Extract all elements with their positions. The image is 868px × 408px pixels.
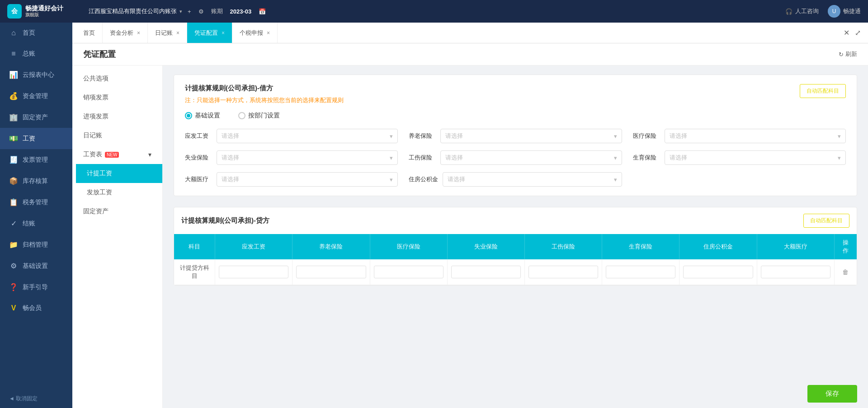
field-big-medical: 大额医疗 请选择 ▾: [185, 172, 398, 187]
sidebar-item-settings[interactable]: ⚙ 基础设置: [0, 255, 72, 277]
close-all-icon[interactable]: ✕: [844, 28, 849, 37]
sidebar-item-reports[interactable]: 📊 云报表中心: [0, 64, 72, 85]
sub-item-purchase[interactable]: 进项发票: [72, 107, 162, 126]
sub-item-pay-salary[interactable]: 发放工资: [76, 183, 162, 202]
credit-section: 计提核算规则(公司承担)-贷方 自动匹配科目 科目 应发工资 养老保险 医疗保险: [174, 207, 857, 286]
radio-dept[interactable]: 按部门设置: [238, 112, 280, 120]
sidebar-item-fixed-assets[interactable]: 🏢 固定资产: [0, 107, 72, 128]
sidebar-item-capital[interactable]: 💰 资金管理: [0, 85, 72, 107]
sub-item-sales[interactable]: 销项发票: [72, 88, 162, 107]
big-medical-label: 大额医疗: [185, 175, 212, 183]
page-title: 凭证配置: [83, 49, 116, 60]
tab-diary-close[interactable]: ×: [176, 30, 179, 36]
sidebar: ⌂ 首页 ≡ 总账 📊 云报表中心 💰 资金管理 🏢 固定资产 💵 工资 🧾 发…: [0, 23, 72, 408]
refresh-button[interactable]: ↻ 刷新: [839, 50, 857, 58]
tab-capital[interactable]: 资金分析 ×: [103, 23, 148, 43]
input-medical[interactable]: [374, 266, 443, 278]
inner-layout: 公共选项 销项发票 进项发票 日记账 工资表: [72, 66, 868, 408]
radio-group: 基础设置 按部门设置: [185, 112, 846, 120]
user-menu[interactable]: U 畅捷通: [828, 5, 861, 18]
tab-voucher[interactable]: 凭证配置 ×: [187, 23, 232, 43]
input-housing[interactable]: [683, 266, 753, 278]
sidebar-item-guide[interactable]: ❓ 新手引导: [0, 277, 72, 298]
injury-select[interactable]: 请选择 ▾: [440, 150, 622, 165]
tab-capital-close[interactable]: ×: [137, 30, 140, 36]
sidebar-item-invoice[interactable]: 🧾 发票管理: [0, 149, 72, 170]
col-housing: 住房公积金: [679, 234, 757, 259]
sub-sidebar: 公共选项 销项发票 进项发票 日记账 工资表: [72, 66, 163, 408]
pension-select[interactable]: 请选择 ▾: [440, 129, 622, 143]
col-unemployment: 失业保险: [447, 234, 524, 259]
radio-dept-circle: [238, 112, 245, 119]
col-big-medical: 大额医疗: [757, 234, 834, 259]
calendar-icon[interactable]: 📅: [259, 8, 266, 15]
sidebar-item-tax[interactable]: 📋 税务管理: [0, 192, 72, 213]
cell-big-medical: [757, 259, 834, 285]
input-unemployment[interactable]: [451, 266, 521, 278]
add-button[interactable]: +: [188, 8, 191, 15]
input-pension[interactable]: [296, 266, 366, 278]
input-injury[interactable]: [528, 266, 598, 278]
sidebar-item-inventory[interactable]: 📦 库存核算: [0, 170, 72, 192]
main-layout: ⌂ 首页 ≡ 总账 📊 云报表中心 💰 资金管理 🏢 固定资产 💵 工资 🧾 发…: [0, 23, 868, 408]
unemployment-select[interactable]: 请选择 ▾: [217, 150, 398, 165]
debit-section-title: 计提核算规则(公司承担)-借方: [185, 84, 846, 93]
housing-placeholder: 请选择: [448, 175, 465, 183]
salary-chevron-icon: ▾: [390, 133, 393, 140]
auto-match-debit-button[interactable]: 自动匹配科目: [800, 84, 846, 98]
sidebar-item-payroll[interactable]: 💵 工资: [0, 128, 72, 149]
salary-select[interactable]: 请选择 ▾: [217, 129, 398, 143]
big-medical-placeholder: 请选择: [222, 175, 239, 183]
sidebar-label-reports: 云报表中心: [23, 71, 54, 79]
input-maternity[interactable]: [606, 266, 675, 278]
save-button[interactable]: 保存: [807, 385, 857, 403]
company-selector[interactable]: 江西服宝精品有限责任公司内账张 ▾: [89, 7, 182, 15]
tab-home[interactable]: 首页: [76, 23, 103, 43]
cell-maternity: [602, 259, 679, 285]
debit-section: 自动匹配科目 计提核算规则(公司承担)-借方 注：只能选择一种方式，系统将按照您…: [174, 75, 857, 196]
col-maternity: 生育保险: [602, 234, 679, 259]
sub-item-fixed-assets[interactable]: 固定资产: [72, 202, 162, 221]
expand-icon[interactable]: ⤢: [855, 28, 861, 37]
input-big-medical[interactable]: [761, 266, 830, 278]
top-actions: + ⚙ 账期 2023-03 📅: [188, 7, 266, 15]
radio-basic[interactable]: 基础设置: [185, 112, 220, 120]
sidebar-collapse-button[interactable]: ◄ 取消固定: [0, 389, 72, 408]
auto-match-credit-button[interactable]: 自动匹配科目: [803, 214, 849, 228]
headset-icon: 🎧: [785, 8, 793, 15]
tab-voucher-close[interactable]: ×: [222, 30, 225, 36]
tax-icon: 📋: [9, 198, 18, 206]
ledger-icon: ≡: [9, 50, 18, 58]
housing-select[interactable]: 请选择 ▾: [443, 172, 622, 187]
tab-diary[interactable]: 日记账 ×: [148, 23, 187, 43]
big-medical-select[interactable]: 请选择 ▾: [217, 172, 398, 187]
field-medical: 医疗保险 请选择 ▾: [633, 129, 846, 143]
sub-item-calc-payroll[interactable]: 计提工资: [76, 164, 162, 183]
tab-tax[interactable]: 个税申报 ×: [232, 23, 278, 43]
sidebar-item-member[interactable]: V 畅会员: [0, 298, 72, 319]
sidebar-item-home[interactable]: ⌂ 首页: [0, 23, 72, 43]
cell-pension: [292, 259, 370, 285]
maternity-select[interactable]: 请选择 ▾: [665, 150, 846, 165]
delete-row-icon[interactable]: 🗑: [842, 268, 849, 276]
debit-section-note: 注：只能选择一种方式，系统将按照您当前的选择来配置规则: [185, 96, 846, 104]
period-value[interactable]: 2023-03: [230, 8, 252, 15]
sidebar-item-ledger[interactable]: ≡ 总账: [0, 43, 72, 64]
input-salary[interactable]: [219, 266, 288, 278]
service-button[interactable]: 🎧 人工咨询: [785, 7, 819, 15]
bottom-spacer: [174, 296, 857, 324]
settings-icon[interactable]: ⚙: [198, 8, 204, 15]
sidebar-item-settlement[interactable]: ✓ 结账: [0, 213, 72, 234]
sidebar-item-archive[interactable]: 📁 归档管理: [0, 234, 72, 255]
chevron-down-icon: ▾: [179, 9, 182, 14]
tab-tax-close[interactable]: ×: [267, 30, 270, 36]
settings-sidebar-icon: ⚙: [9, 262, 18, 270]
sub-group-payroll-header[interactable]: 工资表 NEW ▾: [72, 145, 162, 164]
radio-basic-circle: [185, 112, 192, 119]
sub-item-diary[interactable]: 日记账: [72, 126, 162, 145]
medical-select[interactable]: 请选择 ▾: [665, 129, 846, 143]
sub-item-public[interactable]: 公共选项: [72, 69, 162, 88]
injury-chevron-icon: ▾: [614, 155, 617, 161]
sidebar-label-settlement: 结账: [23, 220, 35, 228]
refresh-icon: ↻: [839, 51, 844, 58]
